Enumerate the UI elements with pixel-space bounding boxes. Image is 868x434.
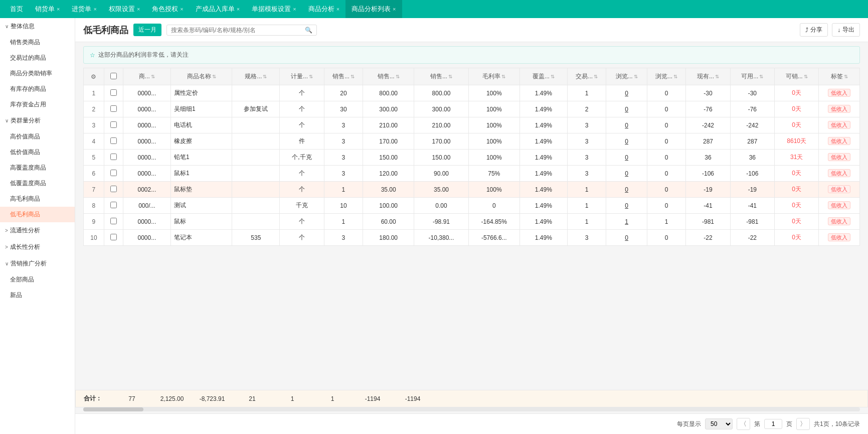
col-header-8[interactable]: 销售...⇅ — [414, 68, 469, 85]
browse1-val[interactable]: 1 — [625, 218, 628, 225]
browse1-val[interactable]: 0 — [625, 186, 628, 193]
browse1-val[interactable]: 0 — [625, 106, 628, 113]
browse1-val[interactable]: 0 — [625, 122, 628, 129]
nav-item-首页[interactable]: 首页 — [4, 0, 29, 18]
sidebar-item-高价值商品[interactable]: 高价值商品 — [0, 129, 75, 144]
cell-9: -164.85% — [468, 214, 519, 230]
sidebar-item-商品分类助销率[interactable]: 商品分类助销率 — [0, 66, 75, 81]
nav-close-icon[interactable]: × — [93, 6, 96, 12]
sidebar-item-交易过的商品[interactable]: 交易过的商品 — [0, 50, 75, 66]
page-header: 低毛利商品 近一月 🔍 ⤴ 分享 ↓ 导出 — [75, 18, 868, 42]
sidebar-item-高毛利商品[interactable]: 高毛利商品 — [0, 191, 75, 207]
row-checkbox[interactable] — [110, 218, 117, 224]
sidebar-item-销售类商品[interactable]: 销售类商品 — [0, 35, 75, 50]
sidebar-item-有库存的商品[interactable]: 有库存的商品 — [0, 81, 75, 97]
nav-item-销货单[interactable]: 销货单× — [29, 0, 66, 18]
row-checkbox[interactable] — [110, 121, 117, 128]
nav-close-icon[interactable]: × — [293, 6, 296, 12]
row-checkbox[interactable] — [110, 137, 117, 144]
row-checkbox[interactable] — [110, 234, 117, 240]
col-header-13[interactable]: 浏览...⇅ — [647, 68, 685, 85]
select-all-checkbox[interactable] — [110, 73, 117, 79]
col-header-14[interactable]: 现有...⇅ — [686, 68, 730, 85]
browse1-val[interactable]: 0 — [625, 90, 628, 97]
nav-item-商品分析[interactable]: 商品分析× — [302, 0, 345, 18]
cell-14: -106 — [686, 166, 730, 182]
cell-4 — [232, 214, 280, 230]
col-header-10[interactable]: 覆盖...⇅ — [519, 68, 567, 85]
nav-item-权限设置[interactable]: 权限设置× — [103, 0, 146, 18]
cell-11: 3 — [567, 166, 606, 182]
sidebar-item-低覆盖度商品[interactable]: 低覆盖度商品 — [0, 176, 75, 191]
nav-item-商品分析列表[interactable]: 商品分析列表× — [345, 0, 402, 18]
nav-item-产成品入库单[interactable]: 产成品入库单× — [190, 0, 246, 18]
share-button[interactable]: ⤴ 分享 — [800, 23, 828, 37]
nav-item-角色授权[interactable]: 角色授权× — [146, 0, 189, 18]
col-header-16[interactable]: 可销...⇅ — [775, 68, 819, 85]
sidebar-item-新品[interactable]: 新品 — [0, 287, 75, 303]
nav-close-icon[interactable]: × — [57, 6, 60, 12]
col-header-9[interactable]: 毛利率⇅ — [468, 68, 519, 85]
col-header-15[interactable]: 可用...⇅ — [730, 68, 774, 85]
saleable-days: 0天 — [792, 121, 801, 128]
export-button[interactable]: ↓ 导出 — [832, 23, 860, 37]
nav-item-进货单[interactable]: 进货单× — [66, 0, 102, 18]
sidebar-item-低价值商品[interactable]: 低价值商品 — [0, 144, 75, 160]
cell-17: 低收入 — [819, 101, 860, 117]
browse1-val[interactable]: 0 — [625, 234, 628, 241]
row-checkbox[interactable] — [110, 202, 117, 208]
row-checkbox[interactable] — [110, 186, 117, 192]
row-checkbox[interactable] — [110, 154, 117, 160]
nav-item-单据模板设置[interactable]: 单据模板设置× — [246, 0, 302, 18]
sidebar-item-库存资金占用[interactable]: 库存资金占用 — [0, 97, 75, 112]
cell-17: 低收入 — [819, 230, 860, 246]
sidebar-item-低毛利商品[interactable]: 低毛利商品 — [0, 207, 75, 222]
row-checkbox[interactable] — [110, 105, 117, 112]
browse1-val[interactable]: 0 — [625, 202, 628, 209]
cell-16: 0天 — [775, 101, 819, 117]
sidebar-group-整体信息[interactable]: ∨整体信息 — [0, 18, 75, 35]
nav-close-icon[interactable]: × — [137, 6, 140, 12]
col-header-12[interactable]: 浏览...⇅ — [606, 68, 647, 85]
search-input[interactable] — [171, 27, 303, 34]
sidebar-item-高覆盖度商品[interactable]: 高覆盖度商品 — [0, 160, 75, 176]
cell-8: 35.00 — [414, 182, 469, 198]
sidebar-group-营销推广分析[interactable]: ∨营销推广分析 — [0, 255, 75, 272]
col-header-7[interactable]: 销售...⇅ — [363, 68, 414, 85]
date-filter-button[interactable]: 近一月 — [133, 24, 161, 36]
cell-1 — [104, 166, 123, 182]
col-header-17[interactable]: 标签⇅ — [819, 68, 860, 85]
col-header-6[interactable]: 销售...⇅ — [324, 68, 363, 85]
prev-page-button[interactable]: 〈 — [737, 418, 750, 430]
page-size-select[interactable]: 50 100 200 — [705, 418, 733, 429]
sidebar-group-流通性分析[interactable]: >流通性分析 — [0, 222, 75, 239]
sidebar-item-全部商品[interactable]: 全部商品 — [0, 272, 75, 287]
horizontal-scrollbar[interactable] — [83, 407, 860, 411]
settings-icon[interactable]: ⚙ — [91, 73, 96, 80]
row-checkbox[interactable] — [110, 170, 117, 176]
browse1-val[interactable]: 0 — [625, 170, 628, 177]
page-number-input[interactable] — [764, 419, 782, 429]
scrollbar-thumb[interactable] — [83, 407, 143, 411]
nav-close-icon[interactable]: × — [180, 6, 183, 12]
cell-11: 3 — [567, 150, 606, 166]
browse1-val[interactable]: 0 — [625, 154, 628, 161]
nav-close-icon[interactable]: × — [336, 6, 339, 12]
sidebar-group-成长性分析[interactable]: >成长性分析 — [0, 239, 75, 255]
col-header-5[interactable]: 计量...⇅ — [280, 68, 324, 85]
row-checkbox[interactable] — [110, 89, 117, 96]
tag-badge: 低收入 — [828, 217, 850, 225]
next-page-button[interactable]: 〉 — [796, 418, 810, 430]
nav-close-icon[interactable]: × — [237, 6, 240, 12]
nav-close-icon[interactable]: × — [393, 6, 396, 12]
browse1-val[interactable]: 0 — [625, 138, 628, 145]
col-header-4[interactable]: 规格...⇅ — [232, 68, 280, 85]
col-header-3[interactable]: 商品名称⇅ — [170, 68, 232, 85]
tag-badge: 低收入 — [828, 185, 850, 193]
row-number: 1 — [84, 85, 104, 101]
search-icon[interactable]: 🔍 — [305, 27, 312, 34]
col-header-11[interactable]: 交易...⇅ — [567, 68, 606, 85]
col-header-2[interactable]: 商...⇅ — [123, 68, 170, 85]
sidebar-group-类群量分析[interactable]: ∨类群量分析 — [0, 112, 75, 129]
cell-12: 0 — [606, 85, 647, 101]
